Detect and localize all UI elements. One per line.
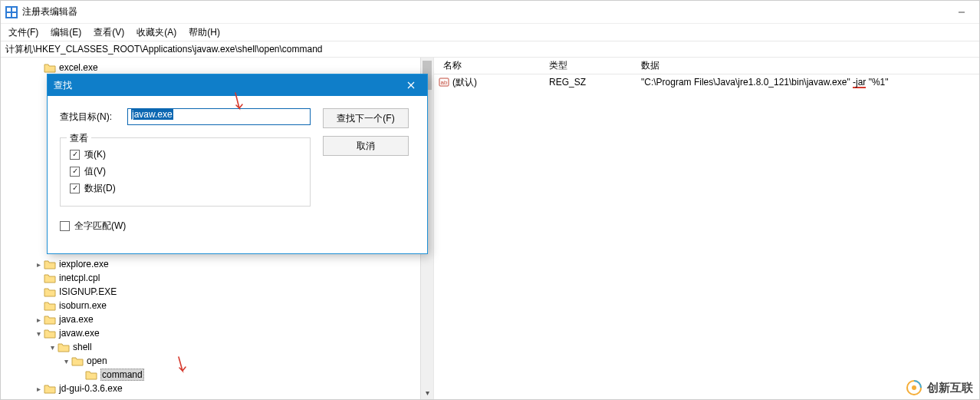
svg-rect-2 <box>7 13 11 17</box>
checkbox-values-label: 值(V) <box>84 165 106 178</box>
folder-icon <box>71 355 84 366</box>
scroll-down-icon[interactable]: ▾ <box>421 386 433 399</box>
checkbox-wholeword-label: 全字匹配(W) <box>74 220 126 233</box>
tree-node-label: excel.exe <box>59 62 98 73</box>
twisty-open-icon[interactable]: ▾ <box>61 357 71 365</box>
window-controls <box>944 1 979 24</box>
checkbox-keys[interactable] <box>70 150 80 160</box>
folder-icon <box>44 62 56 73</box>
find-dialog: 查找 查找目标(N): javaw.exe 查看 项(K) <box>47 74 428 254</box>
folder-icon <box>44 259 56 269</box>
col-header-data[interactable]: 数据 <box>641 59 979 72</box>
tree-node[interactable]: ▸jd-gui-0.3.6.exe <box>1 382 433 395</box>
find-target-label: 查找目标(N): <box>60 111 121 124</box>
svg-text:ab: ab <box>441 79 448 86</box>
svg-rect-1 <box>12 8 16 12</box>
menu-favorites[interactable]: 收藏夹(A) <box>132 25 181 41</box>
col-header-name[interactable]: 名称 <box>434 59 549 72</box>
find-target-input[interactable]: javaw.exe <box>127 108 311 125</box>
app-icon <box>5 6 18 18</box>
tree-node-label: iexplore.exe <box>59 259 109 269</box>
address-text: 计算机\HKEY_CLASSES_ROOT\Applications\javaw… <box>5 43 323 56</box>
tree-node-label: isoburn.exe <box>59 300 107 311</box>
find-dialog-title: 查找 <box>54 79 72 92</box>
folder-icon <box>44 300 56 311</box>
folder-icon <box>44 328 56 339</box>
twisty-closed-icon[interactable]: ▸ <box>33 316 44 324</box>
watermark-text: 创新互联 <box>927 381 973 395</box>
folder-icon <box>85 369 97 380</box>
tree-node[interactable]: command <box>1 368 433 382</box>
folder-icon <box>58 342 70 352</box>
address-bar[interactable]: 计算机\HKEY_CLASSES_ROOT\Applications\javaw… <box>1 41 979 58</box>
twisty-closed-icon[interactable]: ▸ <box>33 385 44 393</box>
lookat-legend: 查看 <box>67 132 91 145</box>
string-value-icon: ab <box>439 77 449 88</box>
svg-rect-3 <box>12 13 16 17</box>
checkbox-wholeword[interactable] <box>60 221 70 231</box>
titlebar: 注册表编辑器 <box>1 1 979 24</box>
twisty-closed-icon[interactable]: ▸ <box>33 260 44 269</box>
tree-node[interactable]: ▾open <box>1 354 433 368</box>
tree-node-label: command <box>100 369 144 381</box>
tree-node[interactable]: ▸iexplore.exe <box>1 257 433 271</box>
svg-rect-0 <box>7 8 11 12</box>
tree-node[interactable]: isoburn.exe <box>1 299 433 312</box>
tree-node[interactable]: ▾javaw.exe <box>1 326 433 340</box>
checkbox-data-label: 数据(D) <box>84 182 116 195</box>
checkbox-keys-label: 项(K) <box>84 148 106 161</box>
tree-node[interactable]: ▾shell <box>1 340 433 354</box>
menubar: 文件(F) 编辑(E) 查看(V) 收藏夹(A) 帮助(H) <box>1 24 979 41</box>
window-title: 注册表编辑器 <box>22 5 77 18</box>
tree-node[interactable]: inetcpl.cpl <box>1 271 433 285</box>
annotation-underline-jar: -jar <box>853 78 866 88</box>
values-pane: 名称 类型 数据 ab (默认) REG_SZ "C:\Program File… <box>434 58 979 399</box>
checkbox-data[interactable] <box>70 183 80 193</box>
tree-node-label: java.exe <box>59 314 94 325</box>
menu-file[interactable]: 文件(F) <box>4 25 43 41</box>
tree-node-label: shell <box>73 342 92 352</box>
menu-help[interactable]: 帮助(H) <box>184 25 225 41</box>
twisty-open-icon[interactable]: ▾ <box>47 343 58 352</box>
folder-icon <box>44 286 56 297</box>
minimize-button[interactable] <box>944 1 979 24</box>
folder-icon <box>44 314 56 325</box>
tree-node[interactable]: ISIGNUP.EXE <box>1 285 433 299</box>
value-row[interactable]: ab (默认) REG_SZ "C:\Program Files\Java\jr… <box>434 74 979 90</box>
watermark: 创新互联 <box>906 379 973 396</box>
tree-node[interactable]: ▸java.exe <box>1 312 433 326</box>
tree-node-label: javaw.exe <box>59 328 100 339</box>
folder-icon <box>44 273 56 283</box>
tree-node[interactable]: excel.exe <box>1 61 433 74</box>
folder-icon <box>44 383 56 394</box>
tree-node-label: open <box>87 355 107 366</box>
watermark-icon <box>906 379 922 396</box>
checkbox-values[interactable] <box>70 167 80 177</box>
regedit-window: 注册表编辑器 文件(F) 编辑(E) 查看(V) 收藏夹(A) 帮助(H) 计算… <box>0 0 980 400</box>
value-name: (默认) <box>452 76 477 89</box>
menu-view[interactable]: 查看(V) <box>89 25 129 41</box>
value-data: "C:\Program Files\Java\jre1.8.0_121\bin\… <box>641 77 979 88</box>
lookat-groupbox: 查看 项(K) 值(V) 数据(D) <box>60 137 311 207</box>
tree-node-label: inetcpl.cpl <box>59 273 100 283</box>
cancel-button[interactable]: 取消 <box>323 136 409 156</box>
find-next-button[interactable]: 查找下一个(F) <box>323 108 409 128</box>
values-header: 名称 类型 数据 <box>434 58 979 74</box>
col-header-type[interactable]: 类型 <box>549 59 641 72</box>
svg-point-10 <box>912 385 916 390</box>
tree-node-label: jd-gui-0.3.6.exe <box>59 383 123 394</box>
find-dialog-titlebar[interactable]: 查找 <box>48 74 427 96</box>
menu-edit[interactable]: 编辑(E) <box>46 25 86 41</box>
find-dialog-close-button[interactable] <box>395 74 427 96</box>
tree-node-label: ISIGNUP.EXE <box>59 286 117 297</box>
value-type: REG_SZ <box>549 77 641 88</box>
twisty-open-icon[interactable]: ▾ <box>33 329 44 338</box>
